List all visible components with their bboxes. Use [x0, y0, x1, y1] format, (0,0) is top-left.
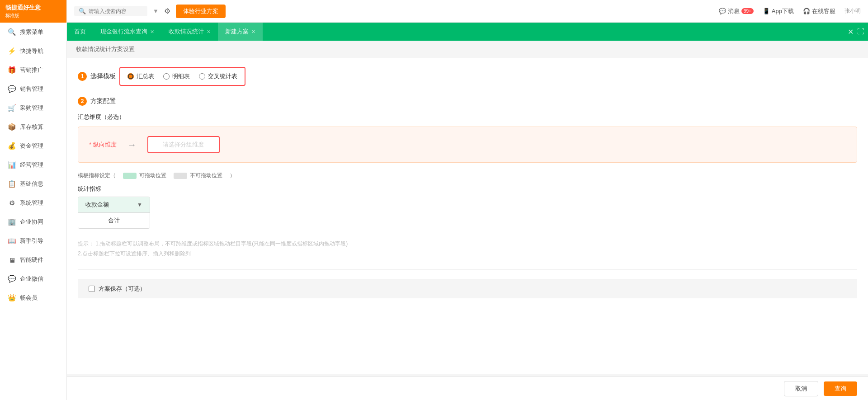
marketing-icon: 🎁	[7, 66, 16, 74]
sidebar-label-sales: 销售管理	[20, 85, 43, 93]
sidebar-label-basic-info: 基础信息	[20, 180, 43, 188]
sidebar-label-marketing: 营销推广	[20, 66, 43, 74]
sidebar-item-inventory[interactable]: 📦 库存核算	[0, 118, 66, 136]
trial-button[interactable]: 体验行业方案	[176, 5, 226, 18]
app-name: 畅捷通好生意	[5, 4, 41, 12]
tab-new-plan-label: 新建方案	[225, 28, 249, 36]
sidebar-item-search-menu[interactable]: 🔍 搜索菜单	[0, 23, 66, 42]
sidebar-label-operations: 经营管理	[20, 161, 43, 169]
tab-cashflow[interactable]: 现金银行流水查询 ✕	[93, 23, 161, 41]
sales-icon: 💬	[7, 85, 16, 93]
online-support-label: 在线客服	[812, 7, 835, 15]
cancel-button[interactable]: 取消	[784, 381, 818, 396]
step2-header: 2 方案配置	[78, 97, 857, 106]
radio-summary[interactable]: 汇总表	[127, 72, 154, 80]
sidebar-item-marketing[interactable]: 🎁 营销推广	[0, 61, 66, 80]
app-download-label: App下载	[772, 7, 794, 15]
content-area: 1 选择模板 汇总表 明细表 交叉统计表	[67, 58, 868, 374]
legend-draggable-color	[123, 173, 137, 179]
sidebar-item-purchase[interactable]: 🛒 采购管理	[0, 99, 66, 118]
app-download-btn[interactable]: 📱 App下载	[763, 7, 794, 15]
metrics-section-label: 统计指标	[78, 185, 857, 193]
step2-title: 方案配置	[90, 97, 116, 105]
sidebar-item-sales[interactable]: 💬 销售管理	[0, 80, 66, 99]
step1-number: 1	[78, 72, 87, 81]
sidebar-label-enterprise-collab: 企业协同	[20, 218, 43, 226]
radio-detail-input[interactable]	[163, 73, 170, 80]
tab-bar-right: ✕ ⛶	[848, 28, 868, 36]
metrics-legend: 模板指标设定（ 可拖动位置 不可拖动位置 ）	[78, 172, 857, 179]
query-button[interactable]: 查询	[824, 381, 857, 396]
close-window-icon[interactable]: ✕	[848, 28, 854, 36]
sidebar-item-vip-member[interactable]: 👑 畅会员	[0, 288, 66, 307]
tab-new-plan[interactable]: 新建方案 ✕	[218, 23, 263, 41]
settings-gear-icon[interactable]: ⚙	[164, 7, 170, 15]
metrics-dropdown-icon[interactable]: ▼	[137, 202, 142, 208]
expand-window-icon[interactable]: ⛶	[857, 28, 864, 36]
sidebar-item-enterprise-collab[interactable]: 🏢 企业协同	[0, 212, 66, 231]
message-icon: 💬	[719, 8, 726, 14]
sidebar-item-quick-nav[interactable]: ⚡ 快捷导航	[0, 42, 66, 61]
messages-label: 消息	[728, 7, 740, 15]
sidebar-label-smart-hardware: 智能硬件	[20, 256, 43, 264]
search-input[interactable]	[89, 8, 143, 14]
sidebar-item-operations[interactable]: 📊 经营管理	[0, 155, 66, 174]
vip-member-icon: 👑	[7, 294, 16, 302]
sidebar-item-basic-info[interactable]: 📋 基础信息	[0, 174, 66, 193]
sidebar-label-enterprise-wechat: 企业微信	[20, 275, 43, 283]
step1-section: 1 选择模板 汇总表 明细表 交叉统计表	[78, 67, 857, 86]
user-name: 张小明	[844, 7, 861, 15]
tab-home[interactable]: 首页	[67, 23, 93, 41]
save-option-label[interactable]: 方案保存（可选）	[99, 285, 146, 293]
radio-summary-label: 汇总表	[137, 72, 154, 80]
sidebar: 畅捷通好生意 标准版 🔍 搜索菜单 ⚡ 快捷导航 🎁 营销推广 💬 销售管理 🛒…	[0, 0, 67, 400]
metrics-column-header[interactable]: 收款金额 ▼	[78, 197, 150, 213]
beginner-guide-icon: 📖	[7, 237, 16, 245]
system-icon: ⚙	[7, 199, 16, 207]
header-right: 💬 消息 99+ 📱 App下载 🎧 在线客服 张小明	[719, 7, 861, 15]
sidebar-label-system: 系统管理	[20, 199, 43, 207]
radio-crosstab-input[interactable]	[199, 73, 205, 80]
sidebar-item-finance[interactable]: 💰 资金管理	[0, 136, 66, 155]
sidebar-item-enterprise-wechat[interactable]: 💬 企业微信	[0, 269, 66, 288]
metrics-table: 收款金额 ▼ 合计	[78, 197, 150, 229]
radio-detail-label: 明细表	[172, 72, 190, 80]
dimension-area: * 纵向维度 → 请选择分组维度	[78, 127, 857, 163]
app-logo: 畅捷通好生意 标准版	[0, 0, 66, 23]
legend-closing-paren: ）	[230, 172, 235, 179]
radio-detail[interactable]: 明细表	[163, 72, 190, 80]
sidebar-label-inventory: 库存核算	[20, 123, 43, 131]
sidebar-item-beginner-guide[interactable]: 📖 新手引导	[0, 231, 66, 250]
config-section: 汇总维度（必选） * 纵向维度 → 请选择分组维度 模板指标设定（ 可拖动位置	[78, 113, 857, 259]
dimension-select-box[interactable]: 请选择分组维度	[147, 136, 220, 153]
online-support-btn[interactable]: 🎧 在线客服	[803, 7, 835, 15]
search-box[interactable]: 🔍	[74, 6, 147, 16]
finance-icon: 💰	[7, 142, 16, 150]
template-radio-group: 汇总表 明细表 交叉统计表	[127, 72, 237, 80]
legend-draggable-label: 可拖动位置	[139, 172, 166, 179]
sidebar-item-system[interactable]: ⚙ 系统管理	[0, 193, 66, 212]
smart-hardware-icon: 🖥	[7, 256, 16, 264]
app-download-icon: 📱	[763, 8, 770, 14]
step2-section: 2 方案配置 汇总维度（必选） * 纵向维度 → 请选择分组维度 模板指标设定（	[78, 97, 857, 259]
tab-cashflow-close-icon[interactable]: ✕	[150, 29, 154, 35]
tab-collection-stats[interactable]: 收款情况统计 ✕	[161, 23, 218, 41]
sidebar-label-beginner-guide: 新手引导	[20, 237, 43, 245]
search-icon: 🔍	[79, 8, 86, 14]
radio-crosstab[interactable]: 交叉统计表	[199, 72, 237, 80]
sidebar-label-purchase: 采购管理	[20, 104, 43, 112]
enterprise-wechat-icon: 💬	[7, 275, 16, 283]
messages-btn[interactable]: 💬 消息 99+	[719, 7, 754, 15]
chevron-down-icon[interactable]: ▼	[153, 8, 159, 14]
quick-nav-icon: ⚡	[7, 47, 16, 55]
sidebar-label-vip-member: 畅会员	[20, 294, 38, 302]
metrics-setting-label: 模板指标设定（	[78, 172, 116, 179]
tab-collection-stats-close-icon[interactable]: ✕	[207, 29, 211, 35]
metrics-config: 模板指标设定（ 可拖动位置 不可拖动位置 ） 统计指标	[78, 172, 857, 230]
tips-line1: 提示： 1.拖动标题栏可以调整布局，不可跨维度或指标区域拖动栏目字段(只能在同一…	[78, 239, 857, 249]
tips-line2: 2.点击标题栏下拉可设置排序、插入列和删除列	[78, 249, 857, 259]
sidebar-item-smart-hardware[interactable]: 🖥 智能硬件	[0, 250, 66, 269]
tab-new-plan-close-icon[interactable]: ✕	[251, 29, 255, 35]
save-option-checkbox[interactable]	[89, 286, 95, 292]
radio-summary-input[interactable]	[127, 73, 134, 80]
